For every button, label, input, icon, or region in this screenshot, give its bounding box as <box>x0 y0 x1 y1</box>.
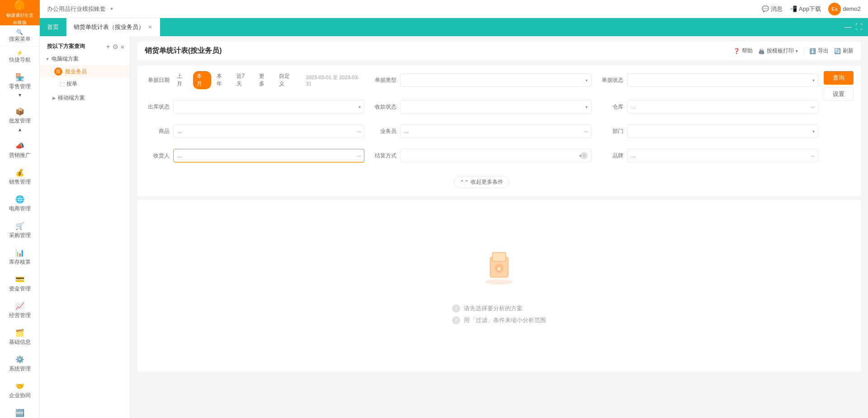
settings-btn[interactable]: 设置 <box>824 87 854 101</box>
tab-maximize-btn[interactable]: ⛶ <box>855 23 863 31</box>
consignee-label: 收货人 <box>145 152 170 160</box>
out-status-control: ▾ <box>173 100 364 114</box>
filter-row-1: 单据日期 上月 本月 本年 近7天 更多 自定义 <box>145 71 818 89</box>
tree-item-salesman-icon: 按 <box>54 67 62 76</box>
filter-receive-status-item: 收款状态 ▾ <box>372 100 591 114</box>
tab-minimize-btn[interactable]: — <box>844 23 852 31</box>
collapse-btn[interactable]: ⌃⌃ 收起更多条件 <box>454 176 509 188</box>
topbar-user[interactable]: Ea demo2 <box>828 3 861 15</box>
warehouse-label: 仓库 <box>599 103 623 111</box>
date-tab-this-year[interactable]: 本年 <box>213 71 231 89</box>
doc-status-label: 单据状态 <box>599 76 623 84</box>
empty-icon <box>476 243 522 297</box>
print-action[interactable]: 🖨️ 按模板打印 ▾ <box>758 47 804 55</box>
sidebar-item-purchase[interactable]: 🛒 采购管理 <box>0 217 39 244</box>
topbar-msg[interactable]: 💬 消息 <box>762 5 783 13</box>
sidebar-item-system[interactable]: ⚙️ 系统管理 <box>0 351 39 377</box>
sidebar-item-inventory[interactable]: 📊 库存核算 <box>0 244 39 271</box>
filter-settle-item: 结算方式 × ▾ <box>372 149 591 162</box>
filter-row-2: 出库状态 ▾ 收款状态 ▾ <box>145 100 818 114</box>
out-status-select[interactable] <box>173 100 364 114</box>
help-label: 帮助 <box>742 47 753 55</box>
tab-sales-stat[interactable]: 销货单统计表（按业务员） ✕ <box>66 18 160 36</box>
filter-consignee-item: 收货人 ··· <box>145 149 364 162</box>
consignee-input[interactable] <box>173 149 364 162</box>
edit-scheme-icon[interactable]: ⊙ <box>113 43 118 50</box>
date-tab-custom[interactable]: 自定义 <box>275 71 299 89</box>
date-tab-more[interactable]: 更多 <box>255 71 274 89</box>
help-action[interactable]: ❓ 帮助 <box>733 47 753 55</box>
brand-input[interactable] <box>627 149 818 162</box>
settle-select[interactable] <box>400 149 591 162</box>
query-buttons: 查询 设置 <box>824 71 854 101</box>
tree-item-salesman[interactable]: 按 按业务员 <box>40 65 130 78</box>
sidebar-item-newbie[interactable]: 🆕 新手引导 <box>0 404 39 418</box>
sidebar-item-basic[interactable]: 🗂️ 基础信息 <box>0 324 39 351</box>
salesman-input[interactable] <box>400 124 591 138</box>
topbar-dropdown-icon[interactable]: ▼ <box>109 6 114 11</box>
tree-sub-item-order[interactable]: ⬚ 按单 <box>40 78 130 90</box>
settle-label: 结算方式 <box>372 152 396 160</box>
salesman-control: ··· <box>400 124 591 138</box>
filter-row-3: 商品 ··· 业务员 ··· <box>145 124 818 138</box>
refresh-action[interactable]: 🔄 刷新 <box>834 47 854 55</box>
topbar-app[interactable]: 📲 App下载 <box>790 5 821 13</box>
filter-warehouse-item: 仓库 ··· <box>599 100 818 114</box>
sidebar-item-ecommerce[interactable]: 🌐 电商管理 <box>0 190 39 217</box>
tab-close-icon[interactable]: ✕ <box>148 24 152 30</box>
topbar-title: 办公用品行业模拟账套 <box>47 5 106 13</box>
sidebar-item-retail[interactable]: 🏪 零售管理 ▾ <box>0 68 39 103</box>
help-icon: ❓ <box>733 48 740 54</box>
sidebar-nav-quick[interactable]: ⚡ 快捷导航 <box>0 47 39 66</box>
sidebar-item-wholesale[interactable]: 📦 批发管理 ▴ <box>0 103 39 137</box>
export-action[interactable]: ⬇️ 导出 <box>809 47 829 55</box>
filter-brand-item: 品牌 ··· <box>599 149 818 162</box>
dept-select[interactable] <box>627 124 818 138</box>
empty-step-1: 1 请先选择要分析的方案 <box>452 304 546 313</box>
tree-group-mobile-header[interactable]: ▶ 移动端方案 <box>40 92 130 104</box>
sidebar-item-finance[interactable]: 💳 资金管理 <box>0 271 39 297</box>
sidebar-item-sales[interactable]: 💰 销售管理 <box>0 164 39 190</box>
results-area: 1 请先选择要分析的方案 2 用「过滤」条件来缩小分析范围 <box>137 200 861 371</box>
app-icon: 📲 <box>790 5 797 12</box>
msg-label: 消息 <box>771 5 783 13</box>
brand-label: 品牌 <box>599 152 623 160</box>
sidebar-search[interactable]: 🔍 搜索菜单 <box>0 25 39 47</box>
tabbar: 首页 销货单统计表（按业务员） ✕ — ⛶ <box>40 18 868 36</box>
date-tab-this-month[interactable]: 本月 <box>193 71 211 89</box>
step-num-1: 1 <box>452 304 460 313</box>
tab-home[interactable]: 首页 <box>40 18 66 36</box>
tree-group-mobile-label: 移动端方案 <box>58 94 85 102</box>
step-1-text: 请先选择要分析的方案 <box>464 304 523 313</box>
filter-doc-type-item: 单据类型 ▾ <box>372 73 591 87</box>
page-title: 销货单统计表(按业务员) <box>145 46 222 56</box>
tree-group-desktop-header[interactable]: ▼ 电脑端方案 <box>40 53 130 65</box>
warehouse-input[interactable] <box>627 100 818 114</box>
tab-home-label: 首页 <box>47 23 59 31</box>
export-label: 导出 <box>818 47 829 55</box>
doc-status-select[interactable] <box>627 73 818 87</box>
svg-point-0 <box>486 279 513 285</box>
sidebar-item-enterprise[interactable]: 🤝 企业协同 <box>0 377 39 404</box>
page-header: 销货单统计表(按业务员) ❓ 帮助 🖨️ 按模板打印 ▾ ⬇️ 导出 <box>137 42 861 60</box>
doc-type-control: ▾ <box>400 73 591 87</box>
goods-input[interactable] <box>173 124 364 138</box>
sidebar-item-marketing[interactable]: 📣 营销推广 <box>0 137 39 164</box>
date-tab-last-7[interactable]: 近7天 <box>233 71 254 89</box>
filter-row-4: 收货人 ··· 结算方式 × <box>145 149 818 162</box>
main-area: 办公用品行业模拟账套 ▼ 💬 消息 📲 App下载 Ea demo2 首页 <box>40 0 868 418</box>
doc-type-select[interactable] <box>400 73 591 87</box>
add-scheme-icon[interactable]: + <box>106 43 110 50</box>
consignee-control: ··· <box>173 149 364 162</box>
query-btn[interactable]: 查询 <box>824 71 854 85</box>
receive-status-select[interactable] <box>400 100 591 114</box>
settle-clear-icon[interactable]: × <box>580 152 588 159</box>
sidebar-item-operations[interactable]: 📈 经营管理 <box>0 297 39 324</box>
collapse-panel-icon[interactable]: « <box>121 43 124 50</box>
receive-status-control: ▾ <box>400 100 591 114</box>
filter-area: 单据日期 上月 本月 本年 近7天 更多 自定义 <box>137 66 861 196</box>
date-tab-last-month[interactable]: 上月 <box>173 71 191 89</box>
empty-state: 1 请先选择要分析的方案 2 用「过滤」条件来缩小分析范围 <box>145 207 854 364</box>
date-tabs: 上月 本月 本年 近7天 更多 自定义 <box>173 71 299 89</box>
left-panel: 按以下方案查询 + ⊙ « ▼ 电脑端方案 按 按业务员 ⬚ 按 <box>40 36 130 418</box>
